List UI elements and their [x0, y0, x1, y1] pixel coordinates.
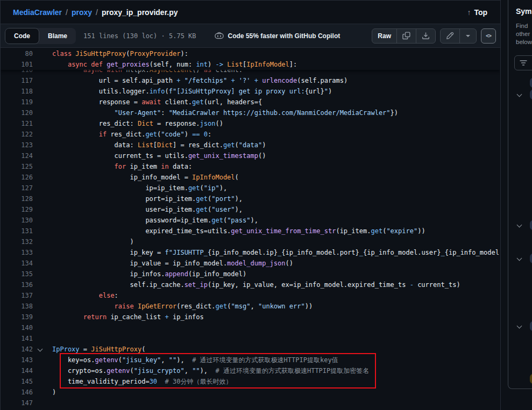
tab-code[interactable]: Code — [5, 28, 39, 44]
code-editor-area: 116 async with httpx.AsyncClient() as cl… — [1, 48, 500, 410]
copy-raw-button[interactable] — [396, 29, 416, 43]
code-line: 144 crypto=os.getenv("jisu_crypto", ""),… — [1, 365, 500, 376]
line-number[interactable]: 135 — [1, 269, 33, 279]
line-number[interactable]: 120 — [1, 107, 33, 118]
toolbar-actions: Raw — [372, 28, 496, 44]
line-number[interactable]: 143 — [1, 355, 33, 365]
code-line: 134 ip_value = ip_info_model.model_dump_… — [1, 258, 500, 269]
code-line-text: password=ip_item.get("pass"), — [52, 215, 258, 226]
code-line-text: url = self.api_path + "/fetchips" + '?' … — [52, 75, 347, 86]
symbols-filter-input[interactable] — [514, 55, 532, 70]
line-number[interactable]: 129 — [1, 204, 33, 215]
chevron-down-icon[interactable] — [517, 323, 522, 329]
line-number[interactable]: 144 — [1, 365, 33, 376]
code-line-text: ip_info_model = IpInfoModel( — [52, 172, 239, 183]
file-toolbar: Code Blame 151 lines (130 loc) · 5.75 KB… — [1, 24, 500, 48]
code-line: 133 ip_key = f"JISUHTTP_{ip_info_model.i… — [1, 247, 500, 258]
breadcrumb-repo-link[interactable]: MediaCrawler — [13, 8, 62, 17]
line-number[interactable]: 117 — [1, 75, 33, 86]
code-line-text: key=os.getenv("jisu_key", ""), # 通过环境变量的… — [52, 355, 338, 365]
code-line-text: self.ip_cache.set_ip(ip_key, ip_value, e… — [52, 279, 460, 290]
code-line-text: res_dict: Dict = response.json() — [52, 118, 223, 129]
symbol-pill[interactable] — [530, 321, 532, 331]
symbol-pill[interactable] — [530, 220, 532, 230]
code-line-text: expired_time_ts=utils.get_unix_time_from… — [52, 226, 425, 236]
chevron-down-icon[interactable] — [517, 256, 522, 261]
filter-icon — [520, 60, 527, 66]
line-number[interactable]: 123 — [1, 140, 33, 150]
copilot-icon — [215, 32, 224, 40]
code-line-text: return ip_cache_list + ip_infos — [52, 312, 204, 322]
code-line: 131 expired_time_ts=utils.get_unix_time_… — [1, 226, 500, 236]
edit-dropdown-button[interactable] — [459, 29, 476, 43]
line-number[interactable]: 118 — [1, 86, 33, 97]
symbol-pill[interactable] — [530, 90, 532, 99]
line-number[interactable]: 101 — [1, 59, 33, 70]
symbol-tree-item — [508, 78, 532, 88]
symbols-panel-toggle-button[interactable]: <> — [481, 28, 496, 44]
line-number[interactable]: 127 — [1, 183, 33, 193]
edit-file-button[interactable] — [441, 29, 459, 43]
code-line-text: class JiSuHttpProxy(ProxyProvider): — [52, 48, 188, 59]
line-number[interactable]: 131 — [1, 226, 33, 236]
line-number[interactable]: 128 — [1, 193, 33, 204]
code-line: 121 res_dict: Dict = response.json() — [1, 118, 500, 129]
line-number[interactable]: 80 — [1, 48, 33, 59]
chevron-down-icon[interactable] — [517, 222, 522, 228]
chevron-down-icon[interactable] — [517, 92, 522, 97]
symbol-pill[interactable] — [530, 254, 532, 263]
tab-blame[interactable]: Blame — [39, 28, 76, 44]
line-number[interactable]: 133 — [1, 247, 33, 258]
line-number[interactable]: 122 — [1, 129, 33, 140]
line-number[interactable]: 130 — [1, 215, 33, 226]
code-blame-toggle: Code Blame — [5, 28, 76, 44]
collapse-chevron-icon[interactable] — [38, 347, 43, 352]
symbols-panel-description: Find other below — [516, 22, 532, 46]
code-line: 128 port=ip_item.get("port"), — [1, 193, 500, 204]
line-number[interactable]: 146 — [1, 387, 33, 398]
code-line-text: port=ip_item.get("port"), — [52, 193, 243, 204]
download-icon — [422, 32, 430, 40]
line-number[interactable]: 138 — [1, 301, 33, 312]
line-number[interactable]: 134 — [1, 258, 33, 269]
code-line: 125 for ip_item in data: — [1, 161, 500, 172]
line-number[interactable]: 141 — [1, 333, 33, 344]
download-raw-button[interactable] — [416, 29, 435, 43]
code-line: 122 if res_dict.get("code") == 0: — [1, 129, 500, 140]
symbols-panel: Symbols Find other below — [508, 0, 532, 389]
symbol-pill[interactable] — [530, 78, 532, 88]
code-panel: MediaCrawler/proxy/proxy_ip_provider.py … — [0, 0, 501, 410]
code-line: 127 ip=ip_item.get("ip"), — [1, 183, 500, 193]
code-line: 119 response = await client.get(url, hea… — [1, 97, 500, 107]
caret-down-icon — [465, 34, 471, 38]
line-number[interactable]: 124 — [1, 150, 33, 161]
code-symbols-icon: <> — [486, 33, 491, 39]
line-number[interactable]: 139 — [1, 312, 33, 322]
code-line-text: ) — [52, 387, 56, 398]
line-number[interactable]: 142 — [1, 344, 33, 355]
line-number[interactable]: 147 — [1, 398, 33, 408]
code-line: 120 "User-Agent": "MediaCrawler https://… — [1, 107, 500, 118]
code-line: 143 key=os.getenv("jisu_key", ""), # 通过环… — [1, 355, 500, 365]
code-line-text: "User-Agent": "MediaCrawler https://gith… — [52, 107, 398, 118]
code-line-text: current_ts = utils.get_unix_timestamp() — [52, 150, 266, 161]
scroll-to-top-button[interactable]: ↑ Top — [463, 6, 492, 19]
code-line: 101 async def get_proxies(self, num: int… — [1, 59, 500, 70]
line-number[interactable]: 137 — [1, 290, 33, 301]
breadcrumb-filename: proxy_ip_provider.py — [102, 8, 178, 17]
symbol-tree-item — [508, 220, 532, 230]
code-line-text: ip_key = f"JISUHTTP_{ip_info_model.ip}_{… — [52, 247, 499, 258]
line-number[interactable]: 119 — [1, 97, 33, 107]
line-number[interactable]: 145 — [1, 376, 33, 387]
raw-button[interactable]: Raw — [372, 29, 396, 43]
line-number[interactable]: 126 — [1, 172, 33, 183]
line-number[interactable]: 140 — [1, 322, 33, 333]
copilot-banner[interactable]: Code 55% faster with GitHub Copilot — [215, 32, 341, 40]
line-number[interactable]: 121 — [1, 118, 33, 129]
symbol-pill[interactable] — [530, 374, 532, 384]
line-number[interactable]: 132 — [1, 236, 33, 247]
breadcrumb-folder-link[interactable]: proxy — [72, 8, 92, 17]
line-number[interactable]: 125 — [1, 161, 33, 172]
line-number[interactable]: 136 — [1, 279, 33, 290]
code-line: 129 user=ip_item.get("user"), — [1, 204, 500, 215]
